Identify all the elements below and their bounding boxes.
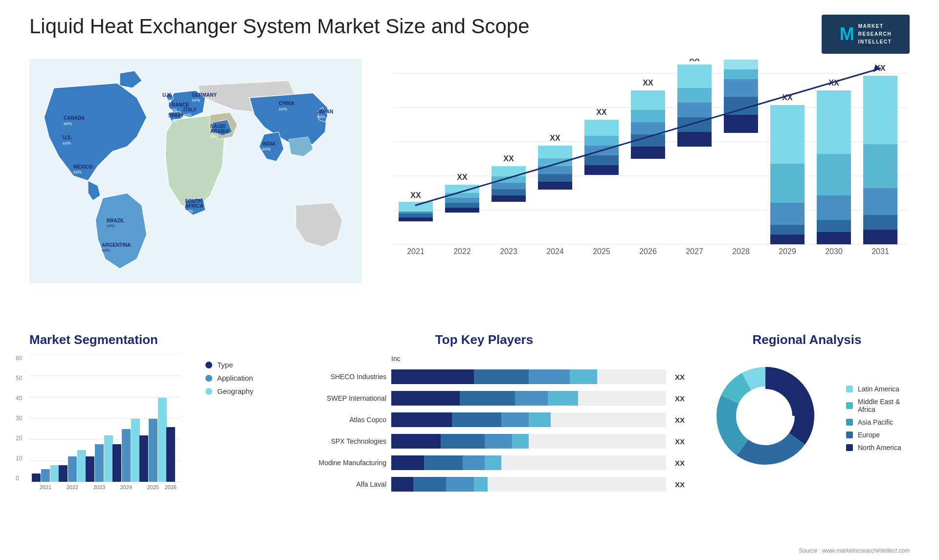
- spx-bar: [391, 434, 666, 449]
- svg-rect-51: [677, 103, 712, 117]
- svg-rect-15: [445, 203, 479, 208]
- modine-name: Modine Manufacturing: [284, 459, 386, 467]
- sheco-seg4: [570, 369, 597, 384]
- svg-line-89: [416, 68, 880, 205]
- svg-text:2029: 2029: [779, 247, 796, 256]
- player-row-atlas: Atlas Copco XX: [284, 412, 685, 427]
- modine-seg4: [485, 455, 501, 470]
- svg-text:2023: 2023: [500, 247, 517, 256]
- donut-hole: [738, 389, 792, 443]
- players-section: Top Key Players Inc SHECO Industries XX …: [264, 332, 704, 542]
- alfa-seg2: [413, 477, 446, 492]
- saudi-value: xx%: [210, 134, 219, 139]
- swep-value: XX: [675, 394, 685, 403]
- svg-rect-8: [399, 214, 433, 217]
- southafrica-value: xx%: [185, 209, 193, 214]
- svg-rect-114: [139, 435, 148, 482]
- players-title: Top Key Players: [284, 332, 685, 347]
- modine-bar: [391, 455, 666, 470]
- svg-rect-115: [149, 419, 157, 482]
- svg-rect-63: [724, 79, 758, 97]
- svg-rect-38: [584, 136, 619, 146]
- svg-rect-7: [399, 217, 433, 221]
- segmentation-title: Market Segmentation: [29, 332, 264, 347]
- argentina-value: xx%: [102, 248, 110, 253]
- application-label: Application: [217, 374, 253, 382]
- spx-name: SPX Technologies: [284, 437, 386, 445]
- svg-text:XX: XX: [550, 134, 560, 142]
- alfa-seg4: [474, 477, 488, 492]
- svg-text:2022: 2022: [453, 247, 471, 256]
- svg-rect-35: [584, 165, 619, 175]
- swep-name: SWEP International: [284, 394, 386, 402]
- svg-rect-99: [41, 469, 50, 482]
- modine-seg2: [424, 455, 463, 470]
- alfa-value: XX: [675, 480, 685, 489]
- svg-rect-104: [77, 450, 86, 482]
- player-row-alfa: Alfa Laval XX: [284, 477, 685, 492]
- type-label: Type: [217, 361, 233, 369]
- alfa-seg1: [391, 477, 413, 492]
- swep-seg2: [460, 391, 514, 406]
- svg-rect-21: [492, 195, 526, 202]
- germany-value: xx%: [192, 98, 200, 103]
- y-label-30: 30: [16, 415, 22, 422]
- brazil-value: xx%: [107, 223, 115, 228]
- argentina-label: ARGENTINA: [102, 242, 131, 248]
- svg-text:XX: XX: [596, 108, 607, 116]
- atlas-value: XX: [675, 416, 685, 424]
- y-label-50: 50: [16, 375, 22, 382]
- italy-label: ITALY: [183, 107, 197, 112]
- svg-rect-36: [584, 155, 619, 165]
- svg-rect-14: [445, 208, 479, 213]
- svg-text:2027: 2027: [686, 247, 703, 256]
- y-label-10: 10: [16, 455, 22, 462]
- svg-rect-61: [724, 115, 758, 133]
- y-label-0: 0: [16, 475, 22, 482]
- segmentation-legend: Type Application Geography: [191, 361, 253, 395]
- alfa-seg3: [446, 477, 473, 492]
- svg-text:2026: 2026: [165, 484, 177, 490]
- segmentation-chart: 2021 2022 2023 2024: [29, 355, 181, 496]
- svg-rect-103: [68, 456, 77, 482]
- y-label-40: 40: [16, 395, 22, 402]
- swep-seg3: [515, 391, 548, 406]
- svg-rect-111: [122, 429, 131, 482]
- donut-svg: [704, 355, 827, 477]
- svg-rect-100: [50, 465, 59, 482]
- atlas-seg1: [391, 412, 452, 427]
- spx-value: XX: [675, 437, 685, 446]
- world-map: CANADA xx% U.S. xx% MEXICO xx% BRAZIL xx…: [29, 59, 362, 283]
- legend-na: North America: [846, 444, 910, 452]
- alfa-bar: [391, 477, 666, 492]
- svg-rect-98: [32, 474, 41, 482]
- sheco-value: XX: [675, 373, 685, 381]
- modine-seg3: [463, 455, 485, 470]
- legend-europe: Europe: [846, 431, 910, 439]
- japan-label: JAPAN: [317, 109, 333, 114]
- logo-box: M MARKET RESEARCH INTELLECT: [822, 15, 910, 54]
- source-text: Source : www.marketresearchintellect.com: [799, 547, 910, 554]
- india-label: INDIA: [262, 141, 275, 147]
- bottom-sections: Market Segmentation 60 50 40 30 20 10 0: [0, 323, 939, 552]
- svg-text:2023: 2023: [93, 484, 105, 490]
- svg-rect-116: [158, 398, 167, 482]
- svg-rect-107: [95, 444, 104, 482]
- donut-chart: [704, 355, 827, 477]
- player-row-sheco: SHECO Industries XX: [284, 369, 685, 384]
- svg-rect-64: [724, 69, 758, 79]
- mea-dot: [846, 402, 853, 409]
- regional-title: Regional Analysis: [704, 332, 910, 347]
- svg-text:2028: 2028: [732, 247, 750, 256]
- logo-text: MARKET RESEARCH INTELLECT: [858, 22, 892, 46]
- geography-label: Geography: [217, 387, 253, 395]
- regional-legend: Latin America Middle East & Africa Asia …: [836, 385, 910, 452]
- spx-seg1: [391, 434, 441, 449]
- segmentation-section: Market Segmentation 60 50 40 30 20 10 0: [29, 332, 264, 542]
- header: Liquid Heat Exchanger System Market Size…: [0, 0, 939, 59]
- svg-rect-112: [131, 419, 140, 482]
- sheco-bar: [391, 369, 666, 384]
- spain-value: xx%: [168, 118, 177, 123]
- sheco-seg2: [474, 369, 529, 384]
- geography-dot: [205, 388, 212, 395]
